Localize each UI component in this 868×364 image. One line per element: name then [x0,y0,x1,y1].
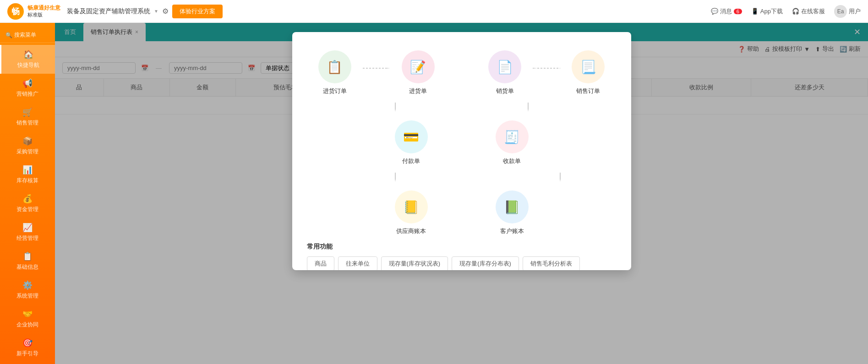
receipt-bill-circle[interactable]: 🧾 [496,120,529,153]
modal-overlay[interactable]: 📋 进货订单 📝 进货单 [55,23,868,364]
svg-marker-2 [533,68,537,69]
system-dropdown-icon[interactable]: ▼ [154,9,158,14]
system-icon: ⚙️ [22,280,33,290]
arrow-purchase-to-bill [363,68,390,69]
purchase-bill-label: 进货单 [409,87,427,95]
sales-order-circle[interactable]: 📃 [572,50,605,83]
arrow-down-purchase-bill [395,103,396,112]
flow-node-customer-account[interactable]: 📗 客户账本 [480,183,544,243]
supplier-account-label: 供应商账本 [396,227,426,235]
top-nav-right: 💬 消息 6 📱 App下载 🎧 在线客服 Ea 用户 [711,5,861,18]
svg-marker-11 [560,179,561,182]
logo-text: 畅康通好生意 标准版 [27,5,60,18]
avatar: Ea [834,5,847,18]
app-download-nav-item[interactable]: 📱 App下载 [751,7,783,16]
func-btn-stock-status[interactable]: 现存量(库存状况表) [381,256,448,270]
search-icon: 🔍 [5,32,12,38]
flow-node-supplier-account[interactable]: 📒 供应商账本 [379,183,443,243]
newbie-icon: 🎯 [22,338,33,348]
finance-icon: 💰 [22,194,33,204]
sidebar-item-enterprise[interactable]: 🤝 企业协同 [0,304,55,333]
common-functions: 常用功能 商品 往来单位 现存量(库存状况表) 现存量(库存分布表) 销售毛利分… [307,243,617,270]
home-icon: 🏠 [23,49,33,60]
customer-account-circle[interactable]: 📗 [496,190,529,223]
sidebar-item-finance[interactable]: 💰 资金管理 [0,189,55,218]
func-btn-sales-margin[interactable]: 销售毛利分析表 [523,256,580,270]
svg-marker-1 [386,68,390,69]
svg-marker-5 [395,109,396,112]
top-nav: 畅 畅康通好生意 标准版 装备及固定资产辅助管理系统 ▼ ⚙ 体验行业方案 💬 … [0,0,868,23]
func-buttons-row1: 商品 往来单位 现存量(库存状况表) 现存量(库存分布表) 销售毛利分析表 商品… [307,256,617,270]
message-icon: 💬 [711,8,718,15]
flow-node-receipt-bill[interactable]: 🧾 收款单 [480,113,544,173]
message-nav-item[interactable]: 💬 消息 6 [711,7,742,16]
func-btn-product[interactable]: 商品 [307,256,334,270]
settings-icon[interactable]: ⚙ [162,7,169,16]
flow-node-sales-bill[interactable]: 📄 销货单 [477,43,533,103]
payment-bill-circle[interactable]: 💳 [395,120,428,153]
sidebar-item-system[interactable]: ⚙️ 系统管理 [0,276,55,304]
online-service-nav-item[interactable]: 🎧 在线客服 [792,7,825,16]
sales-bill-label: 销货单 [496,87,514,95]
arrow-down-payment [395,173,396,182]
svg-marker-7 [528,109,529,112]
customer-account-label: 客户账本 [500,227,524,235]
sales-bill-circle[interactable]: 📄 [488,50,521,83]
sidebar-item-purchase[interactable]: 📦 采购管理 [0,131,55,160]
sidebar-item-basic-info[interactable]: 📋 基础信息 [0,247,55,276]
svg-marker-9 [395,179,396,182]
user-nav-item[interactable]: Ea 用户 [834,5,861,18]
sales-icon: 🛒 [22,107,33,117]
purchase-order-label: 进货订单 [323,87,347,95]
flow-modal: 📋 进货订单 📝 进货单 [292,32,631,270]
flow-node-payment-bill[interactable]: 💳 付款单 [379,113,443,173]
sidebar-item-inventory[interactable]: 📊 库存核算 [0,160,55,189]
sidebar-item-quick-nav[interactable]: 🏠 快捷导航 [0,45,55,74]
trial-button[interactable]: 体验行业方案 [172,5,223,18]
headset-icon: 🎧 [792,8,799,15]
arrow-down-sales-bill [528,103,529,112]
enterprise-icon: 🤝 [22,309,33,319]
func-btn-stock-dist[interactable]: 现存量(库存分布表) [452,256,519,270]
sidebar: 🔍 搜索菜单 🏠 快捷导航 📢 营销推广 🛒 销售管理 📦 采购管理 📊 库存核… [0,23,55,364]
sidebar-item-marketing[interactable]: 📢 营销推广 [0,74,55,103]
sidebar-item-sales[interactable]: 🛒 销售管理 [0,103,55,131]
logo-icon: 畅 [7,3,24,20]
basic-info-icon: 📋 [22,251,33,261]
arrow-down-receipt [560,173,561,182]
purchase-bill-circle[interactable]: 📝 [402,50,435,83]
common-functions-title: 常用功能 [307,243,617,251]
marketing-icon: 📢 [22,78,33,88]
arrow-sales-order-to-bill [533,68,560,69]
payment-bill-label: 付款单 [402,157,420,165]
supplier-account-circle[interactable]: 📒 [395,190,428,223]
system-title-area: 装备及固定资产辅助管理系统 ▼ ⚙ 体验行业方案 [67,5,711,18]
search-menu[interactable]: 🔍 搜索菜单 [0,27,55,43]
receipt-bill-label: 收款单 [503,157,521,165]
flow-node-sales-order[interactable]: 📃 销售订单 [560,43,616,103]
flow-diagram: 📋 进货订单 📝 进货单 [307,43,617,243]
message-badge: 6 [734,9,742,14]
flow-node-purchase-order[interactable]: 📋 进货订单 [307,43,363,103]
sidebar-item-newbie[interactable]: 🎯 新手引导 [0,333,55,362]
purchase-order-circle[interactable]: 📋 [318,50,351,83]
logo-area: 畅 畅康通好生意 标准版 [7,3,62,20]
sidebar-item-operations[interactable]: 📈 经营管理 [0,218,55,247]
func-btn-partner[interactable]: 往来单位 [338,256,377,270]
system-title: 装备及固定资产辅助管理系统 [67,7,150,16]
phone-icon: 📱 [751,8,759,15]
inventory-icon: 📊 [22,165,33,175]
flow-node-purchase-bill[interactable]: 📝 进货单 [390,43,446,103]
purchase-icon: 📦 [22,136,33,146]
sales-order-label: 销售订单 [576,87,600,95]
operations-icon: 📈 [22,223,33,233]
